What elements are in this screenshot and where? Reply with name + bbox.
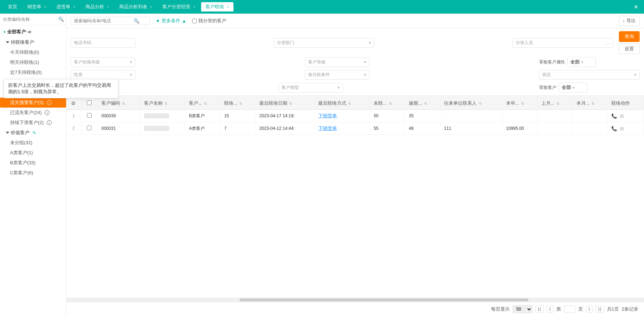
col-code[interactable]: 客户编码 ⇅: [98, 97, 140, 110]
row1-last-method[interactable]: 下销货单: [314, 110, 370, 122]
my-customers-checkbox[interactable]: [192, 19, 197, 23]
customer-table: ⚙ 客户编码 ⇅ 客户名称 ⇅: [66, 97, 644, 135]
nav-tab-customer-segment[interactable]: 客户分层经营 ×: [158, 2, 200, 11]
search-icon[interactable]: 🔍: [134, 18, 139, 24]
more-conditions-button[interactable]: ▼ 更多条件 ▲: [153, 16, 189, 25]
query-button[interactable]: 查询: [619, 31, 640, 42]
export-icon: ↑: [623, 18, 625, 24]
settings-button[interactable]: 设置: [619, 43, 640, 54]
export-button[interactable]: ↑ 导出: [619, 16, 640, 26]
nav-tab-close-purchase[interactable]: ×: [73, 5, 75, 9]
col-last-contact-method[interactable]: 最后联络方式 ⇅: [314, 97, 370, 110]
col-customer-type[interactable]: 客户... ⇅: [185, 97, 221, 110]
chevron-down-icon-level: ▾: [364, 60, 366, 65]
first-page-button[interactable]: ⟨⟨: [535, 306, 544, 313]
row2-last-method[interactable]: 下销货单: [314, 122, 370, 135]
tooltip-box: 距客户上次交易时长，超过了此客户的平均交易周期的1.5倍，则视为异常。: [4, 79, 119, 98]
col-overdue[interactable]: 逾期... ⇅: [405, 97, 440, 110]
filter-price-level[interactable]: 客户价格等级 ▾: [71, 57, 135, 67]
edit-icon-value[interactable]: ✎: [32, 130, 36, 136]
filter-status[interactable]: 状态 ▾: [539, 70, 640, 80]
page-number-input[interactable]: 1: [564, 306, 575, 313]
filter-btn-group: 查询 设置: [619, 31, 640, 54]
nav-tab-close-sales[interactable]: ×: [44, 5, 46, 9]
sidebar-item-ungrouped[interactable]: 未分组(32): [0, 138, 66, 148]
col-this-month[interactable]: 本月... ⇅: [573, 97, 608, 110]
sidebar-search-icon[interactable]: 🔍: [58, 16, 64, 22]
horizontal-scrollbar[interactable]: [66, 298, 644, 302]
nav-tab-analysis-list[interactable]: 商品分析列表 ×: [115, 2, 157, 11]
row1-checkbox-cell[interactable]: [81, 110, 98, 122]
sidebar-group-value[interactable]: 价值客户 ✎: [0, 128, 66, 138]
per-page-select[interactable]: 50 100 200: [513, 305, 532, 313]
row1-checkbox[interactable]: [87, 113, 92, 118]
row2-index: 2: [66, 122, 81, 135]
sidebar-search-input[interactable]: [3, 17, 57, 22]
row2-more-icon[interactable]: ⊞: [620, 126, 624, 131]
sidebar-item-today[interactable]: 今天待联络(0): [0, 47, 66, 57]
sidebar-item-b-class[interactable]: B类客户(33): [0, 158, 66, 168]
content-area: 🔍 ▼ 更多条件 ▲ 我分管的客户 ↑ 导出 电话号码: [66, 14, 644, 316]
row1-phone-icon[interactable]: 📞: [611, 113, 617, 119]
select-all-checkbox[interactable]: [87, 100, 92, 105]
filter-manager[interactable]: 分管人员 ...: [513, 38, 613, 48]
info-icon-lost[interactable]: i: [45, 110, 50, 115]
row1-unit-contact: [440, 110, 502, 122]
my-customers-checkbox-label[interactable]: 我分管的客户: [192, 18, 226, 24]
filter-department[interactable]: 分管部门 ▾: [274, 38, 374, 48]
sidebar-item-lost[interactable]: 已流失客户(24) i: [0, 108, 66, 118]
row2-phone-icon[interactable]: 📞: [611, 126, 617, 131]
col-unit-contact[interactable]: 往来单位联系人 ⇅: [440, 97, 502, 110]
col-checkbox-header[interactable]: [81, 97, 98, 110]
col-contact[interactable]: 联络... ⇅: [221, 97, 256, 110]
col-name[interactable]: 客户名称 ⇅: [140, 97, 185, 110]
next-page-button[interactable]: ⟩: [586, 306, 593, 313]
filter-phone[interactable]: 电话号码: [71, 38, 135, 48]
window-close-button[interactable]: ✕: [631, 4, 640, 10]
col-this-year[interactable]: 本年... ⇅: [502, 97, 537, 110]
row2-checkbox[interactable]: [87, 126, 92, 130]
filter-customer-type[interactable]: 客户类型 ▾: [278, 83, 343, 93]
nav-tab-analysis[interactable]: 商品分析 ×: [81, 2, 113, 11]
last-page-button[interactable]: ⟩⟩: [596, 306, 604, 313]
sidebar-item-repurchase-warning[interactable]: 流失预警客户(3) i: [0, 98, 66, 108]
sidebar-item-c-class[interactable]: C类客户(6): [0, 168, 66, 178]
filter-customer-level[interactable]: 客户等级 ▾: [305, 57, 370, 67]
filter-nature[interactable]: 性质 ▾: [71, 70, 135, 80]
col-uncontacted[interactable]: 未联... ⇅: [370, 97, 405, 110]
row1-more-icon[interactable]: ⊞: [620, 113, 624, 119]
col-last-month[interactable]: 上月... ⇅: [537, 97, 573, 110]
scrollbar-thumb[interactable]: [240, 298, 528, 301]
nav-tab-home[interactable]: 首页: [4, 2, 22, 11]
filter-row-3: 性质 ▾ 收付款条件 ▾ 状态 ▾: [71, 70, 640, 80]
sidebar-group-pending[interactable]: 待联络客户: [0, 37, 66, 47]
nav-tab-purchase[interactable]: 进货单 ×: [52, 2, 80, 11]
table-settings-icon[interactable]: ⚙: [71, 100, 76, 106]
chevron-down-icon-dept: ▾: [369, 41, 371, 45]
sidebar-item-a-class[interactable]: A类客户(1): [0, 148, 66, 158]
nav-tab-customer-contact[interactable]: 客户联络 ×: [201, 2, 233, 11]
filter-payment[interactable]: 收付款条件 ▾: [305, 70, 370, 80]
table-row: 2 000031 A类客户 7 2023-04-12 14:44: 下销货单: [66, 122, 644, 135]
sidebar-collapse-icon[interactable]: ≪: [27, 30, 32, 34]
row2-checkbox-cell[interactable]: [81, 122, 98, 135]
filter-row-2: 客户价格等级 ▾ 客户等级 ▾ 零散客户属性 全部 ▾: [71, 57, 640, 67]
sidebar-all-customers[interactable]: ▪ 全部客户 ≪: [0, 27, 66, 37]
search-input[interactable]: [74, 18, 131, 23]
row2-type: A类客户: [185, 122, 221, 135]
sidebar-item-declining[interactable]: 持续下滑客户(2) i: [0, 118, 66, 128]
sidebar-item-tomorrow[interactable]: 明天待联络(1): [0, 57, 66, 67]
prev-page-button[interactable]: ⟨: [547, 306, 553, 313]
filter-retail-customer-select[interactable]: 全部 ▾: [559, 82, 587, 93]
nav-tab-close-analysis-list[interactable]: ×: [150, 5, 152, 9]
nav-tab-close-customer-contact[interactable]: ×: [227, 5, 229, 9]
nav-tab-close-customer-segment[interactable]: ×: [193, 5, 195, 9]
filter-retail-attr-select[interactable]: 全部 ▾: [567, 57, 596, 67]
sidebar-item-7days[interactable]: 近7天待联络(0): [0, 67, 66, 77]
info-icon-warn[interactable]: i: [47, 100, 52, 105]
info-icon-declining[interactable]: i: [47, 120, 52, 125]
col-last-contact-date[interactable]: 最后联络日期 ⇅: [256, 97, 315, 110]
col-settings[interactable]: ⚙: [66, 97, 81, 110]
nav-tab-sales[interactable]: 销货单 ×: [23, 2, 51, 11]
nav-tab-close-analysis[interactable]: ×: [107, 5, 109, 9]
